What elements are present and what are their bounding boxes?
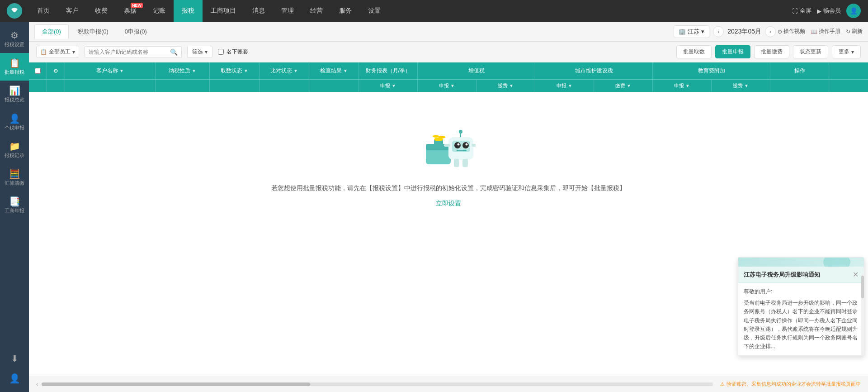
profile-icon: 👤 xyxy=(9,374,20,383)
member-btn[interactable]: ▶ 畅会员 xyxy=(817,7,841,15)
nav-message[interactable]: 消息 xyxy=(244,0,273,22)
region-selector[interactable]: 🏢 江苏 ▾ xyxy=(674,25,709,38)
filter-icon: ▼ xyxy=(685,83,690,88)
setup-link[interactable]: 立即设置 xyxy=(436,200,461,208)
notification-popup: 江苏电子税务局升级影响通知 ✕ 尊敬的用户: 受当前电子税务局进一步升级的影响，… xyxy=(738,257,864,356)
th-compare-status[interactable]: 比对状态 ▼ xyxy=(259,62,309,79)
sidebar-item-batch-tax[interactable]: 📋 批量报税 xyxy=(0,53,29,81)
empty-state: 若您想使用批量报税功能，请先在【报税设置】中进行报税的初始化设置，完成密码验证和… xyxy=(29,92,868,235)
sidebar: ⚙ 报税设置 📋 批量报税 📊 报税总览 👤 个税申报 📁 报税记录 🧮 汇算清… xyxy=(0,22,29,392)
nav-home[interactable]: 首页 xyxy=(29,0,58,22)
batch-declare-btn[interactable]: 批量申报 xyxy=(715,45,750,58)
batch-fetch-btn[interactable]: 批量取数 xyxy=(676,45,712,58)
nav-items: 首页 客户 收费 票据 NEW 记账 报税 工商项目 消息 管理 经营 服务 设… xyxy=(29,0,792,22)
th-fetch-status[interactable]: 取数状态 ▼ xyxy=(210,62,259,79)
tab-zero-declaration[interactable]: 0申报(0) xyxy=(118,25,154,38)
nav-operation[interactable]: 经营 xyxy=(302,0,331,22)
new-badge: NEW xyxy=(131,3,143,8)
filter-icon: ▼ xyxy=(627,83,631,88)
th-urban-declare[interactable]: 申报 ▼ xyxy=(535,80,594,92)
th-vat-pay[interactable]: 缴费 ▼ xyxy=(476,80,535,92)
nav-settings[interactable]: 设置 xyxy=(360,0,389,22)
chevron-down-icon: ▾ xyxy=(701,28,704,35)
filter-arrow-icon: ▼ xyxy=(293,68,298,73)
th-education-declare[interactable]: 申报 ▼ xyxy=(653,80,712,92)
th-urban-pay[interactable]: 缴费 ▼ xyxy=(594,80,653,92)
bottom-bar: ‹ ⚠ 验证账密、采集信息均成功的企业才会流转至批量报税页面中 xyxy=(29,376,868,392)
tab-tax-declaration[interactable]: 税款申报(0) xyxy=(71,25,116,38)
operation-video-btn[interactable]: ⊙ 操作视频 xyxy=(778,28,805,35)
tab-bar: 全部(0) 税款申报(0) 0申报(0) 🏢 江苏 ▾ ‹ 2023年05月 › xyxy=(29,22,868,42)
nav-service[interactable]: 服务 xyxy=(331,0,360,22)
table-header-groups: ⚙ 客户名称 ▼ 纳税性质 ▼ 取数状态 ▼ xyxy=(29,62,868,80)
search-icon[interactable]: 🔍 xyxy=(170,48,178,56)
svg-point-1 xyxy=(13,10,16,12)
sidebar-item-annual-settlement[interactable]: 🧮 汇算清缴 xyxy=(0,164,29,191)
th-checkbox xyxy=(29,62,47,79)
horizontal-scrollbar[interactable] xyxy=(42,382,713,386)
filter-chevron-icon: ▾ xyxy=(205,49,208,55)
fullscreen-btn[interactable]: ⛶ 全屏 xyxy=(792,7,811,15)
filter-icon: ▼ xyxy=(568,83,572,88)
right-actions: ⊙ 操作视频 📖 操作手册 ↻ 刷新 xyxy=(778,28,863,35)
logo[interactable] xyxy=(4,0,25,22)
employee-select[interactable]: 📋 全部员工 ▾ xyxy=(36,46,79,58)
notification-title: 江苏电子税务局升级影响通知 xyxy=(744,271,820,279)
employee-icon: 📋 xyxy=(40,49,47,55)
notif-scrollbar[interactable] xyxy=(861,274,864,355)
nav-business[interactable]: 工商项目 xyxy=(203,0,244,22)
th-operations: 操作 xyxy=(770,62,829,79)
th-fin-report-declare[interactable]: 申报 ▼ xyxy=(359,80,418,92)
date-prev-btn[interactable]: ‹ xyxy=(713,26,724,37)
refresh-btn[interactable]: ↻ 刷新 xyxy=(846,28,863,35)
nav-management[interactable]: 管理 xyxy=(273,0,302,22)
manual-icon: 📖 xyxy=(811,29,817,35)
filter-icon: ▼ xyxy=(392,83,396,88)
download-icon: ⬇ xyxy=(11,354,19,363)
th-tax-nature[interactable]: 纳税性质 ▼ xyxy=(156,62,210,79)
th-check-result[interactable]: 检查结果 ▼ xyxy=(309,62,359,79)
notification-text: 受当前电子税务局进一步升级的影响，同一个政务网账号（办税人）名下的企业不能再同时… xyxy=(744,299,859,351)
more-arrow-icon: ▾ xyxy=(851,49,854,55)
th-education-pay[interactable]: 缴费 ▼ xyxy=(712,80,770,92)
svg-rect-19 xyxy=(454,159,459,167)
sidebar-item-personal-tax[interactable]: 👤 个税申报 xyxy=(0,109,29,136)
th-vat-declare[interactable]: 申报 ▼ xyxy=(418,80,476,92)
more-btn[interactable]: 更多 ▾ xyxy=(832,45,861,58)
status-update-btn[interactable]: 状态更新 xyxy=(793,45,828,58)
filter-arrow-icon: ▼ xyxy=(192,68,196,73)
select-all-checkbox[interactable] xyxy=(35,68,41,74)
sidebar-item-tax-settings[interactable]: ⚙ 报税设置 xyxy=(0,25,29,53)
checkbox-label[interactable]: 名下账套 xyxy=(218,48,248,56)
video-icon: ⊙ xyxy=(778,29,782,35)
nav-billing[interactable]: 收费 xyxy=(87,0,116,22)
sidebar-item-download[interactable]: ⬇ xyxy=(0,349,29,368)
notification-close-btn[interactable]: ✕ xyxy=(853,270,859,279)
tax-records-icon: 📁 xyxy=(9,142,20,151)
personal-tax-icon: 👤 xyxy=(9,114,20,123)
nav-tax[interactable]: 报税 xyxy=(174,0,203,22)
filter-arrow-icon: ▼ xyxy=(244,68,248,73)
operation-manual-btn[interactable]: 📖 操作手册 xyxy=(811,28,840,35)
sidebar-item-tax-records[interactable]: 📁 报税记录 xyxy=(0,136,29,164)
robot-illustration xyxy=(421,119,476,173)
nav-customer[interactable]: 客户 xyxy=(58,0,87,22)
sidebar-item-profile[interactable]: 👤 xyxy=(0,368,29,388)
sidebar-item-annual-report[interactable]: 📑 工商年报 xyxy=(0,191,29,219)
date-next-btn[interactable]: › xyxy=(765,26,776,37)
nav-invoice[interactable]: 票据 NEW xyxy=(116,0,145,22)
th-customer-name[interactable]: 客户名称 ▼ xyxy=(65,62,156,79)
filter-btn[interactable]: 筛选 ▾ xyxy=(187,46,212,58)
tab-all[interactable]: 全部(0) xyxy=(34,24,69,39)
user-avatar[interactable]: 👤 xyxy=(846,4,861,18)
batch-pay-btn[interactable]: 批量缴费 xyxy=(754,45,789,58)
batch-tax-icon: 📋 xyxy=(9,58,20,67)
scroll-left-btn[interactable]: ‹ xyxy=(36,381,38,387)
search-input[interactable] xyxy=(89,49,170,55)
nav-bookkeeping[interactable]: 记账 xyxy=(145,0,174,22)
warning-icon: ⚠ xyxy=(720,381,725,387)
sidebar-item-tax-overview[interactable]: 📊 报税总览 xyxy=(0,81,29,108)
account-checkbox[interactable] xyxy=(218,49,224,55)
th-vat-group: 增值税 xyxy=(418,62,535,79)
svg-rect-17 xyxy=(444,144,450,147)
